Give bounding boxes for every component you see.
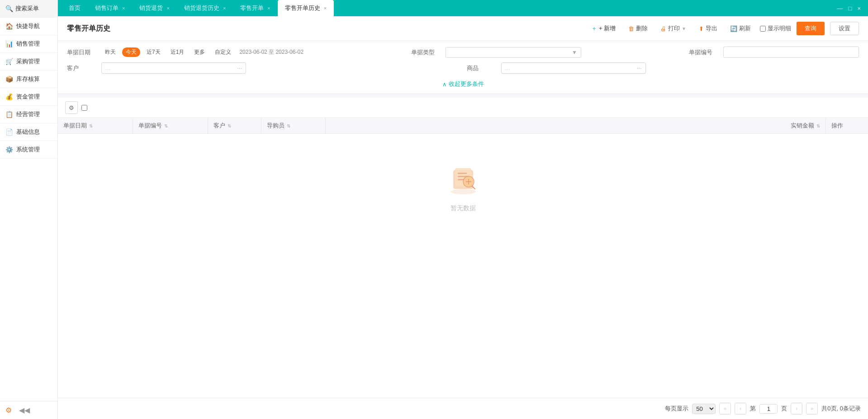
date-label: 单据日期 xyxy=(67,48,94,56)
cart-icon: 🛒 xyxy=(5,58,13,65)
empty-state: 暂无数据 xyxy=(58,134,868,240)
page-label-after: 页 xyxy=(781,405,787,413)
th-action: 操作 xyxy=(826,118,868,134)
chevron-down-icon: ▼ xyxy=(572,49,577,56)
th-amount: 实销金额 ⇅ xyxy=(325,118,826,134)
page-number-input[interactable] xyxy=(759,404,778,414)
tab-retail-open-close[interactable]: × xyxy=(267,5,270,11)
tab-sales-return-label: 销货退货 xyxy=(139,4,163,12)
sidebar-item-finance[interactable]: 💰 资金管理 xyxy=(0,88,57,106)
prev-page-btn[interactable]: ‹ xyxy=(735,403,746,414)
sidebar-search[interactable]: 🔍 搜索采单 xyxy=(0,0,57,18)
sidebar-item-label: 库存核算 xyxy=(16,75,40,83)
tab-retail-history-close[interactable]: × xyxy=(324,5,327,11)
tab-retail-open[interactable]: 零售开单 × xyxy=(233,0,277,16)
sidebar-bottom: ⚙ ◀◀ xyxy=(0,401,57,419)
sidebar-item-basic-info[interactable]: 📄 基础信息 xyxy=(0,123,57,141)
doc-num-label: 单据编号 xyxy=(689,48,716,56)
customer-select[interactable]: ... ··· xyxy=(101,62,246,74)
th-date: 单据日期 ⇅ xyxy=(58,118,133,134)
collapse-label: 收起更多条件 xyxy=(449,80,484,88)
tab-sales-return-history-close[interactable]: × xyxy=(223,5,226,11)
sidebar-item-label: 基础信息 xyxy=(16,128,40,136)
data-table: 单据日期 ⇅ 单据编号 ⇅ xyxy=(58,118,868,134)
display-detail-input[interactable] xyxy=(760,26,766,32)
settings-button[interactable]: 设置 xyxy=(830,22,859,35)
sidebar-search-label: 搜索采单 xyxy=(15,5,39,13)
print-button[interactable]: 🖨 打印 ▼ xyxy=(657,23,690,34)
doc-type-label: 单据类型 xyxy=(411,48,438,56)
first-page-btn[interactable]: « xyxy=(719,403,731,414)
table-area: ⚙ 单据日期 ⇅ xyxy=(58,98,868,419)
collapse-icon[interactable]: ◀◀ xyxy=(19,406,30,414)
last-page-btn[interactable]: » xyxy=(806,403,818,414)
shortcut-custom[interactable]: 自定义 xyxy=(211,47,235,57)
top-tabs: 首页 销售订单 × 销货退货 × 销货退货历史 × 零售开单 × 零售开单历史 … xyxy=(58,0,868,16)
shortcut-more[interactable]: 更多 xyxy=(190,47,209,57)
collapse-row[interactable]: ∧ 收起更多条件 xyxy=(67,78,859,88)
tab-sales-return-history-label: 销货退货历史 xyxy=(184,4,219,12)
doc-num-input[interactable] xyxy=(723,47,859,58)
goods-dots-icon: ··· xyxy=(637,65,642,71)
empty-text: 暂无数据 xyxy=(451,204,476,212)
display-detail-checkbox[interactable]: 显示明细 xyxy=(760,24,791,33)
tab-sales-return-history[interactable]: 销货退货历史 × xyxy=(177,0,233,16)
goods-select[interactable]: ... ··· xyxy=(501,62,646,74)
refresh-icon: 🔄 xyxy=(730,25,737,32)
shortcut-yesterday[interactable]: 昨天 xyxy=(101,47,119,57)
sort-date-icon[interactable]: ⇅ xyxy=(89,123,93,128)
customer-dots-icon: ··· xyxy=(237,65,242,71)
table-header-row: 单据日期 ⇅ 单据编号 ⇅ xyxy=(58,118,868,134)
sort-customer-icon[interactable]: ⇅ xyxy=(228,123,231,128)
shortcut-7days[interactable]: 近7天 xyxy=(143,47,164,57)
sort-amount-icon[interactable]: ⇅ xyxy=(816,123,820,128)
sidebar-item-label: 采购管理 xyxy=(16,57,40,66)
goods-label: 商品 xyxy=(467,64,494,72)
sort-num-icon[interactable]: ⇅ xyxy=(164,123,168,128)
window-max-btn[interactable]: □ xyxy=(849,5,852,12)
table-settings-btn[interactable]: ⚙ xyxy=(65,101,78,114)
sidebar-item-quick-nav[interactable]: 🏠 快捷导航 xyxy=(0,18,57,35)
select-all-checkbox[interactable] xyxy=(81,105,87,111)
tab-home[interactable]: 首页 xyxy=(62,0,88,16)
filter-row-2: 客户 ... ··· 商品 ... ··· xyxy=(67,62,859,74)
per-page-label: 每页显示 xyxy=(665,405,688,413)
doc-icon: 📄 xyxy=(5,128,13,136)
settings-bottom-icon[interactable]: ⚙ xyxy=(5,406,12,414)
tab-retail-history[interactable]: 零售开单历史 × xyxy=(278,0,334,16)
doc-type-select[interactable]: ▼ xyxy=(446,47,581,58)
sort-salesperson-icon[interactable]: ⇅ xyxy=(287,123,290,128)
th-num: 单据编号 ⇅ xyxy=(133,118,208,134)
filter-row-1: 单据日期 昨天 今天 近7天 近1月 更多 自定义 2023-06-02 至 2… xyxy=(67,47,859,58)
table-wrap: 单据日期 ⇅ 单据编号 ⇅ xyxy=(58,118,868,398)
shortcut-1month[interactable]: 近1月 xyxy=(167,47,188,57)
refresh-button[interactable]: 🔄 刷新 xyxy=(726,23,754,34)
delete-button[interactable]: 🗑 删除 xyxy=(625,23,651,34)
clipboard-icon: 📋 xyxy=(5,111,13,118)
export-icon: ⬆ xyxy=(699,25,704,32)
window-close-btn[interactable]: × xyxy=(857,5,861,12)
sidebar-item-label: 经营管理 xyxy=(16,110,40,118)
customer-value: ... xyxy=(105,65,110,71)
sidebar-item-purchase-mgmt[interactable]: 🛒 采购管理 xyxy=(0,53,57,71)
sidebar-item-operations[interactable]: 📋 经营管理 xyxy=(0,106,57,123)
table-toolbar: ⚙ xyxy=(58,98,868,118)
tab-sales-order[interactable]: 销售订单 × xyxy=(88,0,132,16)
tab-sales-order-close[interactable]: × xyxy=(122,5,125,11)
sidebar-item-sys-mgmt[interactable]: ⚙️ 系统管理 xyxy=(0,141,57,159)
sidebar-item-inventory[interactable]: 📦 库存核算 xyxy=(0,71,57,88)
next-page-btn[interactable]: › xyxy=(791,403,802,414)
tab-sales-return[interactable]: 销货退货 × xyxy=(132,0,176,16)
sidebar-item-sales-mgmt[interactable]: 📊 销售管理 xyxy=(0,35,57,53)
per-page-select[interactable]: 50 10 20 100 xyxy=(692,404,716,414)
query-button[interactable]: 查询 xyxy=(797,22,825,35)
tab-sales-return-close[interactable]: × xyxy=(166,5,169,11)
gear-icon: ⚙️ xyxy=(5,146,13,153)
add-icon: ＋ xyxy=(591,24,597,33)
sidebar-item-label: 销售管理 xyxy=(16,40,40,48)
window-min-btn[interactable]: — xyxy=(837,5,843,12)
export-button[interactable]: ⬆ 导出 xyxy=(695,23,721,34)
add-button[interactable]: ＋ + 新增 xyxy=(588,23,619,34)
tab-retail-history-label: 零售开单历史 xyxy=(285,4,320,12)
shortcut-today[interactable]: 今天 xyxy=(122,47,140,57)
